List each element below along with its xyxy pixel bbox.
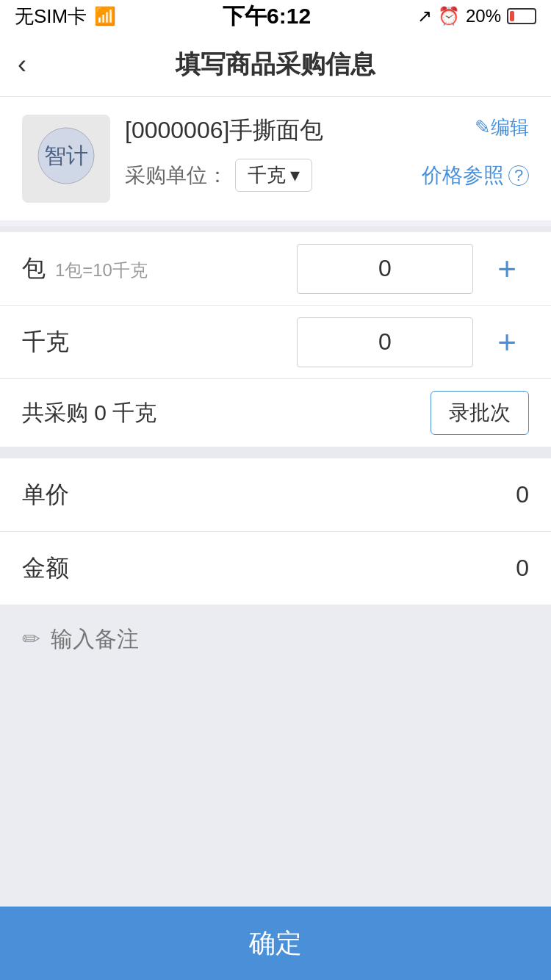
alarm-icon: ⏰ <box>438 6 460 26</box>
summary-text: 共采购 0 千克 <box>22 398 156 428</box>
carrier-text: 无SIM卡 <box>15 4 87 29</box>
edit-button[interactable]: ✎编辑 <box>475 115 529 140</box>
unit-price-row: 单价 0 <box>0 458 551 532</box>
notes-section: ✏ <box>0 605 551 672</box>
notes-input[interactable] <box>51 627 529 652</box>
confirm-button[interactable]: 确定 <box>0 907 551 980</box>
kg-input[interactable] <box>297 317 473 367</box>
back-button[interactable]: ‹ <box>18 49 26 80</box>
battery-icon <box>507 8 536 24</box>
bao-plus-button[interactable]: + <box>485 247 529 291</box>
kg-field-wrapper: + <box>96 317 529 367</box>
product-logo: 智计 <box>37 126 96 191</box>
unit-price-label: 单价 <box>22 479 69 511</box>
status-right: ↗ ⏰ 20% <box>417 6 536 26</box>
kg-row: 千克 + <box>0 306 551 379</box>
separator-2 <box>0 453 551 458</box>
location-icon: ↗ <box>417 6 432 26</box>
unit-dropdown[interactable]: 千克 ▾ <box>235 159 312 192</box>
price-section: 单价 0 金额 0 <box>0 458 551 605</box>
separator-1 <box>0 226 551 232</box>
product-name: [0000006]手撕面包 <box>125 115 323 147</box>
status-time: 下午6:12 <box>223 1 311 32</box>
product-info: [0000006]手撕面包 ✎编辑 采购单位： 千克 ▾ 价格参照 ? <box>125 115 529 192</box>
price-ref-icon: ? <box>508 165 529 186</box>
amount-value: 0 <box>516 555 529 582</box>
bao-input[interactable] <box>297 244 473 294</box>
bao-label: 包 1包=10千克 <box>22 253 148 285</box>
page-title: 填写商品采购信息 <box>176 48 375 82</box>
amount-row: 金额 0 <box>0 532 551 605</box>
unit-price-value: 0 <box>516 481 529 508</box>
svg-text:智计: 智计 <box>44 143 88 167</box>
kg-plus-button[interactable]: + <box>485 320 529 364</box>
kg-label: 千克 <box>22 326 81 359</box>
product-unit-row: 采购单位： 千克 ▾ 价格参照 ? <box>125 159 529 192</box>
bao-row: 包 1包=10千克 + <box>0 232 551 306</box>
notes-icon: ✏ <box>22 626 40 652</box>
summary-row: 共采购 0 千克 录批次 <box>0 379 551 453</box>
product-card: 智计 [0000006]手撕面包 ✎编辑 采购单位： 千克 ▾ 价格参照 ? <box>0 97 551 226</box>
input-section: 包 1包=10千克 + 千克 + <box>0 232 551 379</box>
amount-label: 金额 <box>22 552 69 585</box>
product-thumbnail: 智计 <box>22 115 110 203</box>
price-ref-button[interactable]: 价格参照 ? <box>422 162 529 190</box>
status-bar: 无SIM卡 📶 下午6:12 ↗ ⏰ 20% <box>0 0 551 32</box>
product-header: [0000006]手撕面包 ✎编辑 <box>125 115 529 147</box>
unit-label: 采购单位： 千克 ▾ <box>125 159 312 192</box>
nav-bar: ‹ 填写商品采购信息 <box>0 32 551 97</box>
batch-button[interactable]: 录批次 <box>431 391 529 435</box>
bao-field-wrapper: + <box>162 244 529 294</box>
battery-pct: 20% <box>466 6 501 26</box>
status-carrier: 无SIM卡 📶 <box>15 4 116 29</box>
wifi-icon: 📶 <box>94 6 116 26</box>
